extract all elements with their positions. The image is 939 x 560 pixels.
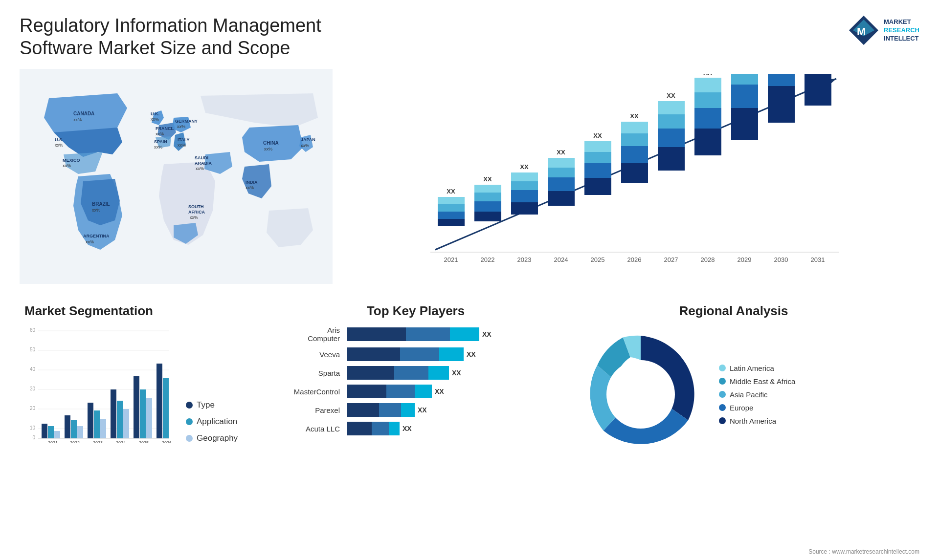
svg-rect-47 [474, 193, 501, 201]
svg-rect-83 [694, 92, 721, 108]
svg-text:2021: 2021 [48, 440, 58, 443]
player-row-aris: ArisComputer XX [279, 326, 553, 343]
player-bar-wrap-veeva: XX [347, 347, 553, 361]
svg-text:XX: XX [703, 74, 712, 76]
north-america-label: North America [730, 417, 776, 425]
svg-rect-78 [658, 101, 685, 114]
svg-rect-71 [621, 133, 648, 146]
bar-seg2 [400, 347, 439, 361]
europe-dot [719, 404, 726, 411]
main-bar-chart: XX 2021 XX 2022 XX 2023 [352, 74, 910, 279]
player-name-acuta: Acuta LLC [279, 425, 342, 433]
player-row-sparta: Sparta XX [279, 366, 553, 380]
bar-seg2 [379, 403, 401, 417]
svg-text:xx%: xx% [73, 117, 82, 122]
svg-rect-135 [163, 378, 169, 438]
player-val-aris: XX [482, 330, 492, 338]
bar-seg2 [406, 327, 450, 341]
svg-rect-58 [548, 177, 575, 191]
bar-seg3 [450, 327, 479, 341]
bar-seg3 [415, 385, 432, 398]
main-content: CANADA xx% U.S. xx% MEXICO xx% BRAZIL xx… [20, 69, 919, 468]
svg-rect-54 [511, 172, 538, 181]
reg-middle-east-africa: Middle East & Africa [719, 377, 795, 386]
svg-rect-41 [438, 204, 465, 212]
player-bar-wrap-mastercontrol: XX [347, 385, 553, 398]
svg-text:BRAZIL: BRAZIL [92, 201, 110, 207]
bar-chart-section: XX 2021 XX 2022 XX 2023 [342, 69, 919, 284]
svg-text:xx%: xx% [86, 239, 94, 244]
svg-rect-48 [474, 185, 501, 193]
svg-text:xx%: xx% [264, 147, 272, 151]
seg-chart-area: 60 50 40 30 20 10 0 [24, 326, 259, 443]
middle-east-dot [719, 378, 726, 385]
player-name-parexel: Parexel [279, 406, 342, 414]
bar-seg1 [347, 385, 386, 398]
type-dot [186, 402, 193, 409]
north-america-dot [719, 417, 726, 424]
europe-label: Europe [730, 404, 753, 412]
svg-text:0: 0 [32, 435, 35, 440]
app-dot [186, 418, 193, 425]
bar-seg2 [372, 422, 389, 435]
bar-seg1 [347, 422, 372, 435]
player-name-veeva: Veeva [279, 350, 342, 359]
regional-section: Regional Analysis [567, 299, 900, 468]
svg-rect-84 [694, 78, 721, 92]
logo-icon: M [848, 15, 880, 46]
header: Regulatory Information Management Softwa… [20, 15, 919, 59]
svg-text:FRANCE: FRANCE [156, 126, 174, 131]
svg-rect-115 [48, 426, 54, 438]
svg-text:2022: 2022 [481, 256, 495, 263]
svg-text:2023: 2023 [93, 440, 103, 443]
svg-rect-82 [694, 108, 721, 129]
source-text: Source : www.marketresearchintellect.com [808, 548, 919, 555]
svg-rect-93 [768, 74, 795, 86]
bar-seg1 [347, 347, 400, 361]
svg-text:XX: XX [520, 163, 529, 171]
page-title: Regulatory Information Management Softwa… [20, 15, 362, 59]
svg-text:2027: 2027 [664, 256, 678, 263]
svg-text:CANADA: CANADA [73, 111, 94, 116]
svg-text:2030: 2030 [774, 256, 788, 263]
svg-rect-114 [42, 424, 47, 438]
player-val-sparta: XX [452, 369, 461, 377]
svg-rect-132 [146, 398, 152, 438]
player-bar-sparta [347, 366, 449, 380]
bottom-sections: Market Segmentation 60 50 40 30 20 10 0 [20, 294, 919, 468]
svg-rect-96 [805, 74, 831, 106]
segmentation-title: Market Segmentation [24, 303, 259, 319]
player-bar-wrap-parexel: XX [347, 403, 553, 417]
svg-rect-128 [123, 409, 129, 438]
svg-text:xx%: xx% [177, 124, 185, 129]
logo-text: MARKET RESEARCH INTELLECT [884, 18, 919, 43]
geo-label: Geography [197, 433, 238, 443]
player-name-aris: ArisComputer [279, 326, 342, 343]
logo-container: M MARKET RESEARCH INTELLECT [848, 15, 919, 46]
reg-latin-america: Latin America [719, 364, 795, 372]
svg-text:60: 60 [30, 327, 36, 333]
regional-legend: Latin America Middle East & Africa Asia … [719, 364, 795, 425]
svg-text:xx%: xx% [92, 208, 100, 213]
svg-text:xx%: xx% [55, 143, 63, 148]
svg-rect-77 [658, 114, 685, 129]
geo-dot [186, 435, 193, 442]
svg-text:xx%: xx% [190, 215, 198, 220]
svg-text:2022: 2022 [70, 440, 80, 443]
page-container: Regulatory Information Management Softwa… [0, 0, 939, 560]
map-section: CANADA xx% U.S. xx% MEXICO xx% BRAZIL xx… [20, 69, 333, 284]
middle-east-label: Middle East & Africa [730, 377, 795, 386]
svg-text:GERMANY: GERMANY [175, 119, 198, 124]
svg-rect-116 [54, 431, 60, 438]
player-bar-veeva [347, 347, 464, 361]
svg-text:SAUDI: SAUDI [195, 155, 208, 160]
player-bar-parexel [347, 403, 415, 417]
players-section: Top Key Players ArisComputer XX Veeva [274, 299, 558, 468]
bar-seg1 [347, 403, 379, 417]
svg-rect-134 [156, 364, 162, 438]
player-val-mastercontrol: XX [435, 388, 444, 395]
svg-text:XX: XX [630, 112, 639, 120]
svg-text:SPAIN: SPAIN [154, 139, 167, 144]
svg-rect-57 [548, 191, 575, 206]
svg-text:CHINA: CHINA [263, 140, 279, 146]
